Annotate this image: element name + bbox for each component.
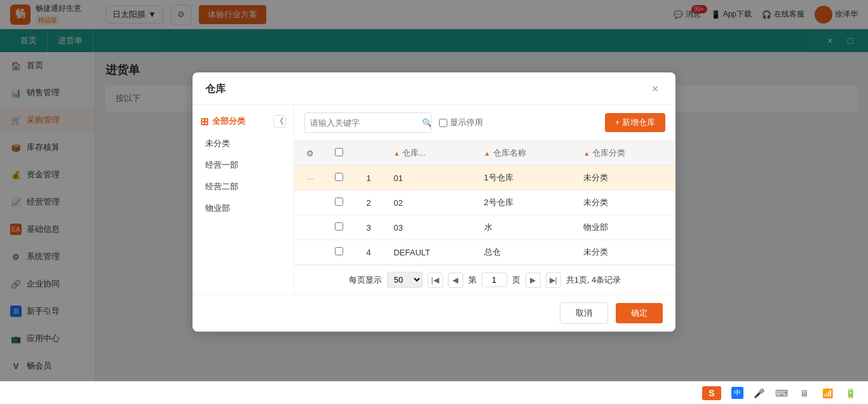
display-icon[interactable]: 🖥 — [797, 386, 812, 401]
row-checkbox-0[interactable] — [335, 173, 343, 181]
table-row[interactable]: ··· 1 01 1号仓库 未分类 — [294, 166, 675, 191]
sort-icon-code: ▲ — [393, 150, 400, 157]
row-code: 01 — [386, 166, 476, 191]
row-check-cell[interactable] — [326, 191, 351, 215]
search-box: 🔍 — [304, 112, 431, 133]
row-action: ··· — [294, 166, 326, 191]
sort-icon-cat: ▲ — [583, 150, 590, 157]
modal-pagination: 每页显示 50 100 200 |◀ ◀ 第 页 ▶ ▶| 共1页, 4条记录 — [294, 265, 675, 294]
row-category: 未分类 — [576, 191, 675, 215]
collapse-btn[interactable]: 《 — [273, 115, 286, 128]
grid-icon: ⊞ — [200, 116, 208, 128]
network-icon[interactable]: 📶 — [820, 386, 835, 401]
first-page-btn[interactable]: |◀ — [428, 273, 443, 288]
sort-icon-name: ▲ — [484, 150, 491, 157]
row-num: 2 — [351, 191, 386, 215]
modal-footer: 取消 确定 — [193, 294, 675, 332]
row-category: 物业部 — [576, 215, 675, 240]
cat-item-unclassified[interactable]: 未分类 — [193, 133, 294, 154]
select-all-checkbox[interactable] — [335, 148, 343, 156]
modal-close-btn[interactable]: × — [648, 81, 663, 97]
warehouse-table: ⚙ ▲ 仓库... — [294, 141, 675, 265]
table-row[interactable]: 3 03 水 物业部 — [294, 215, 675, 240]
category-sidebar: ⊞ 全部分类 《 未分类 经营一部 经营二部 物业部 — [193, 105, 294, 294]
table-row[interactable]: 4 DEFAULT 总仓 未分类 — [294, 240, 675, 265]
show-disabled-label[interactable]: 显示停用 — [439, 117, 483, 128]
modal-title: 仓库 — [205, 83, 226, 96]
all-category-header[interactable]: ⊞ 全部分类 《 — [193, 110, 294, 133]
battery-icon[interactable]: 🔋 — [843, 386, 858, 401]
keyboard-icon[interactable]: ⌨ — [774, 386, 789, 401]
add-warehouse-btn[interactable]: + 新增仓库 — [605, 113, 665, 132]
row-category: 未分类 — [576, 166, 675, 191]
th-code: ▲ 仓库... — [386, 141, 476, 166]
all-category-label: 全部分类 — [212, 116, 245, 127]
th-category: ▲ 仓库分类 — [576, 141, 675, 166]
row-name: 1号仓库 — [477, 166, 576, 191]
row-name: 总仓 — [477, 240, 576, 265]
th-check — [326, 141, 351, 166]
next-page-btn[interactable]: ▶ — [526, 273, 541, 288]
bottom-bar: S 中 🎤 ⌨ 🖥 📶 🔋 — [0, 381, 868, 404]
data-table: ⚙ ▲ 仓库... — [294, 141, 675, 265]
modal-overlay: 仓库 × ⊞ 全部分类 《 未分类 经营一部 经营二部 物业部 — [0, 0, 868, 404]
th-num — [351, 141, 386, 166]
row-code: DEFAULT — [386, 240, 476, 265]
last-page-btn[interactable]: ▶| — [546, 273, 561, 288]
page-suffix: 页 — [512, 274, 520, 286]
cat-item-ops2[interactable]: 经营二部 — [193, 176, 294, 198]
row-num: 1 — [351, 166, 386, 191]
row-num: 4 — [351, 240, 386, 265]
row-code: 02 — [386, 191, 476, 215]
page-input[interactable] — [482, 273, 507, 287]
row-checkbox-2[interactable] — [335, 222, 343, 231]
page-label: 第 — [468, 274, 477, 286]
search-button[interactable]: 🔍 — [422, 113, 431, 132]
prev-page-btn[interactable]: ◀ — [448, 273, 463, 288]
row-action — [294, 191, 326, 215]
row-num: 3 — [351, 215, 386, 240]
row-name: 水 — [477, 215, 576, 240]
table-row[interactable]: 2 02 2号仓库 未分类 — [294, 191, 675, 215]
settings-icon: ⚙ — [306, 149, 314, 158]
table-toolbar: 🔍 显示停用 + 新增仓库 — [294, 105, 675, 141]
per-page-label: 每页显示 — [349, 274, 382, 286]
search-input[interactable] — [305, 115, 422, 131]
row-checkbox-3[interactable] — [335, 247, 343, 255]
warehouse-modal: 仓库 × ⊞ 全部分类 《 未分类 经营一部 经营二部 物业部 — [193, 72, 675, 332]
confirm-button[interactable]: 确定 — [616, 303, 663, 323]
row-name: 2号仓库 — [477, 191, 576, 215]
th-settings: ⚙ — [294, 141, 326, 166]
total-label: 共1页, 4条记录 — [566, 274, 621, 286]
row-category: 未分类 — [576, 240, 675, 265]
row-check-cell[interactable] — [326, 166, 351, 191]
cat-item-property[interactable]: 物业部 — [193, 198, 294, 219]
s-logo: S — [702, 386, 721, 400]
mic-icon[interactable]: 🎤 — [751, 386, 766, 401]
cat-item-ops1[interactable]: 经营一部 — [193, 154, 294, 176]
cancel-button[interactable]: 取消 — [560, 302, 608, 324]
modal-body: ⊞ 全部分类 《 未分类 经营一部 经营二部 物业部 🔍 — [193, 105, 675, 294]
zh-icon: 中 — [731, 387, 743, 399]
show-disabled-checkbox[interactable] — [439, 119, 447, 127]
row-check-cell[interactable] — [326, 240, 351, 265]
per-page-select[interactable]: 50 100 200 — [387, 272, 423, 288]
row-action — [294, 240, 326, 265]
row-checkbox-1[interactable] — [335, 198, 343, 206]
row-code: 03 — [386, 215, 476, 240]
modal-header: 仓库 × — [193, 72, 675, 105]
row-action — [294, 215, 326, 240]
modal-table-area: 🔍 显示停用 + 新增仓库 — [294, 105, 675, 294]
th-name: ▲ 仓库名称 — [477, 141, 576, 166]
row-check-cell[interactable] — [326, 215, 351, 240]
